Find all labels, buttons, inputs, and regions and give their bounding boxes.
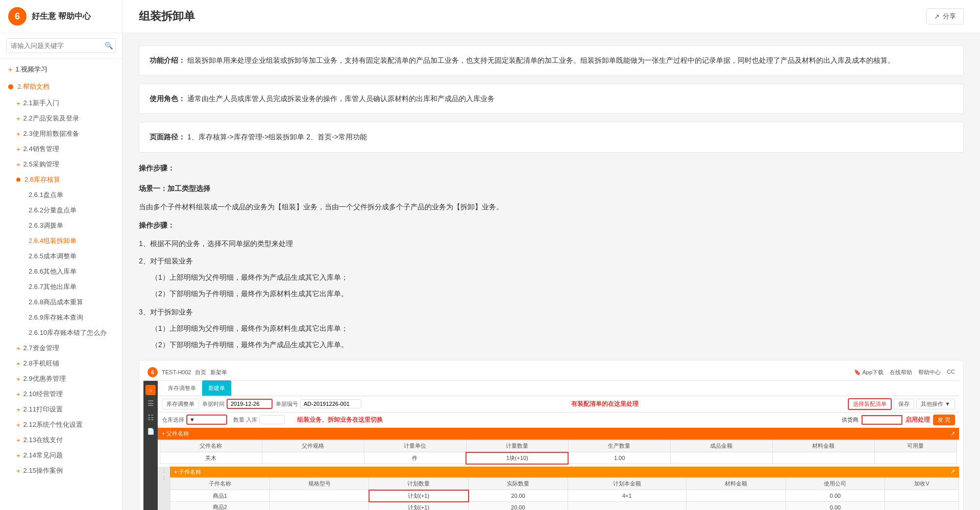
sidebar-item-2-6-4[interactable]: 2.6.4组装拆卸单: [29, 233, 122, 249]
active-dot-icon: [16, 178, 20, 182]
sim-count-input[interactable]: [259, 415, 285, 424]
step3: 3、对于拆卸业务: [139, 305, 964, 319]
role-text: 通常由生产人员或库管人员完成拆装业务的操作，库管人员确认原材料的出库和产成品的入…: [187, 94, 495, 103]
sim-grid-icon: ☷: [148, 414, 154, 422]
sidebar-item-2-6-2[interactable]: 2.6.2分量盘点单: [29, 203, 122, 218]
expand-icon: +: [8, 65, 12, 74]
sidebar-item-2-6-1[interactable]: 2.6.1盘点单: [29, 187, 122, 203]
expand-icon: +: [16, 161, 20, 168]
col-mat-amount: 材料金额: [772, 440, 874, 452]
ops-label: 操作步骤：: [139, 161, 964, 175]
search-button[interactable]: 🔍: [101, 39, 116, 53]
sidebar-item-2-7[interactable]: + 2.7资金管理: [16, 341, 122, 356]
sim-btn-save[interactable]: 保存: [894, 399, 914, 409]
page-title: 组装拆卸单: [139, 9, 195, 24]
sidebar-item-2-11[interactable]: + 2.11打印设置: [16, 402, 122, 417]
sim-left-rail: ⋮ ⋮: [158, 467, 170, 510]
scene1-desc: 当由多个子件材料组装成一个成品的业务为【组装】业务，当由一个父件拆分成多个子产品…: [139, 200, 964, 214]
sidebar-item-2-6-7[interactable]: 2.6.7其他出库单: [29, 279, 122, 295]
sim-form-row: 仓库选择 ▼ 数量 入库 组装业务、拆卸业务在这里切换 供货商: [158, 412, 959, 428]
sim-topbar: 6 TEST-H002 自页 新架单 🔖 App下载 在线帮助 帮助中心 CC: [143, 365, 959, 381]
sim-top-table: 父件名称 父件规格 计量单位 计量数量 生产数量 成品金额 材料金额 可用量: [160, 440, 957, 465]
sim-main: 库存调整单 新建单 库存调整单 单据时间 单据编号: [158, 381, 959, 510]
sim-bottom-table-header: + 子件名称 ↗: [170, 467, 959, 477]
intro-box: 功能介绍： 组装拆卸单用来处理企业组装或拆卸等加工业务，支持有固定装配清单的产品…: [139, 45, 964, 76]
step3-2: （2）下部明细为子件明细，最终作为产成品生成其它入库单。: [151, 337, 964, 352]
sidebar-item-data-prep[interactable]: + 2.3使用前数据准备: [16, 126, 122, 141]
sidebar-item-2-6-8[interactable]: 2.6.8商品成本重算: [29, 295, 122, 310]
path-label: 页面路径：: [150, 133, 185, 141]
annotation-type: 组装业务、拆卸业务在这里切换: [297, 416, 383, 424]
sidebar-item-label: 1.视频学习: [15, 65, 47, 74]
sim-btn-more[interactable]: 其他操作 ▼: [916, 399, 955, 409]
sim-bottom-main: + 子件名称 ↗ 子件名称 规格型号 计划数量: [170, 467, 959, 510]
sim-field-warehouse: 仓库选择 ▼: [162, 415, 227, 425]
sim-home-icon: ⌂: [145, 385, 156, 395]
sim-number-input[interactable]: [300, 399, 361, 408]
sidebar-item-2-6-10[interactable]: 2.6.10库存账本错了怎么办: [29, 325, 122, 341]
page-header: 组装拆卸单 ↗ 分享: [122, 0, 980, 33]
step3-1: （1）上部明细为父件明细，最终作为原材料生成其它出库单；: [151, 321, 964, 335]
sidebar-item-video[interactable]: + 1.视频学习: [0, 61, 122, 78]
sidebar-item-inventory[interactable]: 2.6库存核算: [16, 172, 122, 187]
sidebar-item-2-13[interactable]: + 2.13在线支付: [16, 432, 122, 448]
sidebar-item-2-6-6[interactable]: 2.6.6其他入库单: [29, 264, 122, 279]
content-area: 功能介绍： 组装拆卸单用来处理企业组装或拆卸等加工业务，支持有固定装配清单的产品…: [122, 33, 980, 510]
sim-btn-select-bom[interactable]: 选择装配清单: [848, 398, 892, 410]
role-label: 使用角色：: [150, 94, 185, 103]
sidebar-item-new-user[interactable]: + 2.1新手入门: [16, 95, 122, 111]
sidebar-item-label: 2.帮助文档: [17, 82, 50, 91]
sidebar-item-2-12[interactable]: + 2.12系统个性化设置: [16, 417, 122, 432]
sidebar-item-help-docs[interactable]: 2.帮助文档: [0, 78, 122, 95]
sim-tab-new[interactable]: 新建单: [202, 380, 231, 396]
table-row: 关木 件 1块(+10) 1.00: [160, 452, 957, 464]
sim-warehouse-select[interactable]: ▼: [186, 415, 227, 425]
sim-nav-1: 自页: [195, 369, 206, 376]
step2-2: （2）下部明细为子件明细，最终作为原材料生成其它出库单。: [151, 286, 964, 301]
sim-doc-icon: 📄: [147, 428, 155, 435]
sim-bottom-table: 子件名称 规格型号 计划数量 实际数量 计划本金额 材料金额 使用公司 加收V: [170, 477, 959, 510]
search-input[interactable]: [7, 39, 101, 53]
sidebar-item-2-9[interactable]: + 2.9优惠券管理: [16, 371, 122, 386]
role-box: 使用角色： 通常由生产人员或库管人员完成拆装业务的操作，库管人员确认原材料的出库…: [139, 84, 964, 114]
col-avail: 可用量: [874, 440, 957, 452]
col-parent-spec: 父件规格: [262, 440, 364, 452]
sim-logo: 6: [148, 367, 158, 377]
sim-tabs: 库存调整单 新建单: [158, 381, 959, 396]
sim-tab-inventory[interactable]: 库存调整单: [162, 380, 202, 396]
sim-toolbar: 库存调整单 单据时间 单据编号 有装配清单的在这里处理 选: [158, 396, 959, 412]
col-prod-amount: 成品金额: [670, 440, 772, 452]
app-logo: 6: [8, 7, 27, 26]
screenshot-container: 6 TEST-H002 自页 新架单 🔖 App下载 在线帮助 帮助中心 CC: [139, 360, 964, 510]
sidebar-item-2-15[interactable]: + 2.15操作案例: [16, 463, 122, 478]
sim-supplier-input[interactable]: [862, 415, 902, 425]
sidebar-item-2-14[interactable]: + 2.14常见问题: [16, 448, 122, 463]
sidebar-item-2-6-9[interactable]: 2.6.9库存账本查询: [29, 310, 122, 325]
intro-label: 功能介绍：: [150, 56, 185, 64]
annotation-has-bom: 有装配清单的在这里处理: [364, 400, 845, 408]
active-dot-icon: [8, 84, 13, 89]
sim-topbar-right: 🔖 App下载 在线帮助 帮助中心 CC: [854, 369, 955, 376]
sim-top-table-header: + 父件名称 ↗: [158, 428, 959, 440]
sidebar-item-2-10[interactable]: + 2.10经营管理: [16, 386, 122, 402]
path-box: 页面路径： 1、库存核算->库存管理->组装拆卸单 2、首页->常用功能: [139, 122, 964, 152]
share-button[interactable]: ↗ 分享: [926, 8, 964, 25]
sim-date-input[interactable]: [227, 399, 273, 409]
expand-icon: +: [16, 130, 20, 138]
search-box-container: 🔍: [0, 33, 122, 59]
annotation-enable: 启用处理: [905, 416, 930, 424]
intro-text: 组装拆卸单用来处理企业组装或拆卸等加工业务，支持有固定装配清单的产品加工业务，也…: [187, 56, 895, 64]
sidebar-item-purchase[interactable]: + 2.5采购管理: [16, 157, 122, 172]
table-row: 商品1 计划(+1) 20.00 4+1 0.00: [170, 490, 959, 502]
sidebar-item-sales[interactable]: + 2.4销售管理: [16, 141, 122, 157]
sim-btn-enable[interactable]: 发 完: [933, 415, 955, 425]
sim-btn-adjust[interactable]: 库存调整单: [162, 399, 199, 409]
sidebar-item-2-6-3[interactable]: 2.6.3调拨单: [29, 218, 122, 233]
sidebar-item-2-6-5[interactable]: 2.6.5成本调整单: [29, 249, 122, 264]
sim-top-table-container: 父件名称 父件规格 计量单位 计量数量 生产数量 成品金额 材料金额 可用量: [158, 440, 959, 467]
col-parent-name: 父件名称: [160, 440, 262, 452]
sidebar-item-install[interactable]: + 2.2产品安装及登录: [16, 111, 122, 126]
expand-icon: +: [16, 145, 20, 153]
sidebar-item-2-8[interactable]: + 2.8手机旺铺: [16, 356, 122, 371]
ops-content: 操作步骤： 场景一：加工类型选择 当由多个子件材料组装成一个成品的业务为【组装】…: [139, 161, 964, 352]
